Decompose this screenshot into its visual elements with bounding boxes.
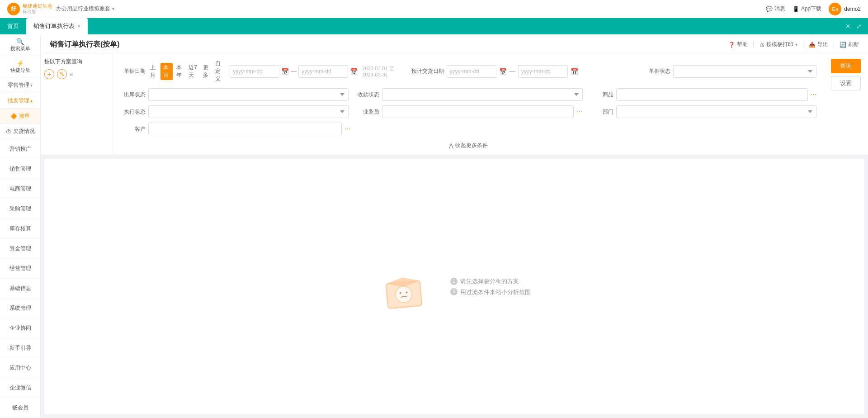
help-btn[interactable]: ❓ 帮助 [728,41,748,48]
edit-scheme-btn[interactable]: ✎ [57,69,67,79]
dept-select[interactable] [616,105,816,118]
message-btn[interactable]: 💬 消息 [766,5,785,13]
date-tabs: 上月 本月 本年 近7天 更多 自定义 [148,59,227,84]
filter-row-1: 单据日期 上月 本月 本年 近7天 更多 自定义 � [120,59,816,84]
dept-label: 部门 [588,108,613,116]
sidebar-item-enterprise[interactable]: 企业协同 [0,318,40,338]
product-more-btn[interactable]: ··· [811,90,816,99]
product-group: 商品 ··· [588,88,816,101]
scheme-label: 按以下方案查询 [44,58,82,66]
tab-bar: 首页 销售订单执行表 × ✕ ⤢ [0,18,868,34]
sidebar-subitem-order[interactable]: 🔶 按单 [0,109,40,124]
date-tab-last7days[interactable]: 近7天 [187,63,199,80]
divider3 [834,42,834,48]
tab-home[interactable]: 首页 [0,18,26,34]
product-input[interactable] [616,88,808,101]
sidebar-item-basic[interactable]: 基础信息 [0,279,40,299]
query-btn[interactable]: 查询 [831,59,861,73]
app-download-btn[interactable]: 📱 App下载 [793,5,821,13]
date-tab-custom[interactable]: 自定义 [213,59,227,84]
doc-status-group: 单据状态 [645,65,816,78]
sidebar-item-retail[interactable]: 零售管理 ▾ [0,78,40,93]
salesperson-label: 业务员 [354,108,379,116]
divider1 [753,42,754,48]
salesperson-more-btn[interactable]: ··· [576,108,582,116]
user-name: demo2 [844,6,861,12]
date-tab-prev-month[interactable]: 上月 [148,63,159,80]
expected-date-start-input[interactable] [447,65,496,78]
customer-input[interactable] [148,123,342,135]
expected-date-end-input[interactable] [518,65,568,78]
date-tab-more[interactable]: 更多 [201,63,212,80]
breadcrumb-arrow-icon[interactable]: ▾ [112,6,114,11]
exec-status-select[interactable] [148,105,349,118]
empty-state: 1 请先选择要分析的方案 2 用过滤条件来缩小分析范围 [44,159,864,414]
expected-start-cal-icon[interactable]: 📅 [499,68,507,75]
page-actions: ❓ 帮助 🖨 按模板打印 ▾ 📤 导出 🔄 刷新 [728,41,859,48]
sidebar-subitem-debt[interactable]: ⏱ 欠货情况 [0,124,40,139]
out-status-label: 出库状态 [120,91,146,99]
download-icon: 📱 [793,6,799,12]
receipt-status-select[interactable] [382,88,582,101]
print-dropdown-icon: ▾ [795,42,797,47]
sidebar-item-inventory[interactable]: 库存核算 [0,219,40,239]
sidebar-item-wholesale[interactable]: 批发管理 ▴ [0,93,40,109]
date-filter-group: 单据日期 上月 本月 本年 近7天 更多 自定义 � [120,59,406,84]
date-start-calendar-icon[interactable]: 📅 [281,68,289,75]
date-tab-current-month[interactable]: 本月 [160,63,173,80]
date-end-calendar-icon[interactable]: 📅 [350,68,358,75]
sidebar-item-member[interactable]: 畅会员 [0,398,40,418]
user-area[interactable]: Ea demo2 [829,3,861,15]
expected-end-cal-icon[interactable]: 📅 [571,68,578,75]
sidebar-search-menu[interactable]: 🔍 搜索菜单 [0,34,40,56]
filter-panel: 单据日期 上月 本月 本年 近7天 更多 自定义 � [113,53,824,155]
expected-date-group: 预计交货日期 📅 — 📅 [411,65,640,78]
search-icon: 🔍 [16,38,24,45]
empty-svg [378,262,432,312]
settings-btn[interactable]: 设置 [831,76,861,90]
filter-row-4: 客户 ··· [120,123,816,135]
sidebar-item-ecommerce[interactable]: 电商管理 [0,179,40,199]
out-status-select[interactable] [148,88,349,101]
add-scheme-btn[interactable]: + [44,69,54,79]
sidebar-item-system[interactable]: 系统管理 [0,299,40,318]
close-window-btn[interactable]: ✕ [844,23,852,30]
sidebar-item-marketing[interactable]: 营销推广 [0,139,40,159]
date-start-input[interactable] [230,65,279,78]
collapse-conditions-btn[interactable]: ⋀ 收起更多条件 [120,139,816,152]
date-tab-current-year[interactable]: 本年 [175,63,185,80]
sidebar-item-sales[interactable]: 销售管理 [0,159,40,179]
date-end-input[interactable] [298,65,348,78]
maximize-window-btn[interactable]: ⤢ [855,23,863,30]
nav-icon: ⚡ [16,60,24,67]
sidebar-item-newbie[interactable]: 新手引导 [0,338,40,358]
filter-row-2: 出库状态 收款状态 商品 [120,88,816,101]
collapse-up-icon: ⋀ [449,142,453,149]
date-separator: — [291,68,297,75]
help-icon: ❓ [728,42,735,48]
sidebar: 🔍 搜索菜单 ⚡ 快捷导航 零售管理 ▾ 批发管理 ▴ 🔶 按单 ⏱ 欠货情况 … [0,34,41,418]
customer-label: 客户 [120,125,146,133]
sidebar-quick-nav[interactable]: ⚡ 快捷导航 [0,56,40,78]
doc-status-label: 单据状态 [645,67,670,75]
sidebar-item-enterprise-wechat[interactable]: 企业微信 [0,378,40,398]
exec-status-label: 执行状态 [120,108,146,116]
refresh-icon: 🔄 [840,42,846,48]
sidebar-item-finance[interactable]: 资金管理 [0,239,40,259]
collapse-scheme-btn[interactable]: « [70,71,73,78]
scheme-panel: 按以下方案查询 + ✎ « [41,53,113,155]
tab-sales-exec[interactable]: 销售订单执行表 × [26,18,88,34]
template-print-btn[interactable]: 🖨 按模板打印 ▾ [759,41,797,48]
breadcrumb: 办公用品行业模拟账套 ▾ [56,5,114,13]
export-btn[interactable]: 📤 导出 [809,41,828,48]
sidebar-item-app-center[interactable]: 应用中心 [0,358,40,378]
salesperson-input[interactable] [382,105,574,118]
refresh-btn[interactable]: 🔄 刷新 [840,41,859,48]
sidebar-item-operations[interactable]: 经营管理 [0,259,40,279]
sidebar-item-purchase[interactable]: 采购管理 [0,199,40,219]
customer-more-btn[interactable]: ··· [344,125,350,133]
retail-expand-icon: ▾ [30,83,33,88]
doc-status-select[interactable] [673,65,816,78]
tab-close-icon[interactable]: × [77,23,80,29]
header-right: 💬 消息 📱 App下载 Ea demo2 [766,3,861,15]
